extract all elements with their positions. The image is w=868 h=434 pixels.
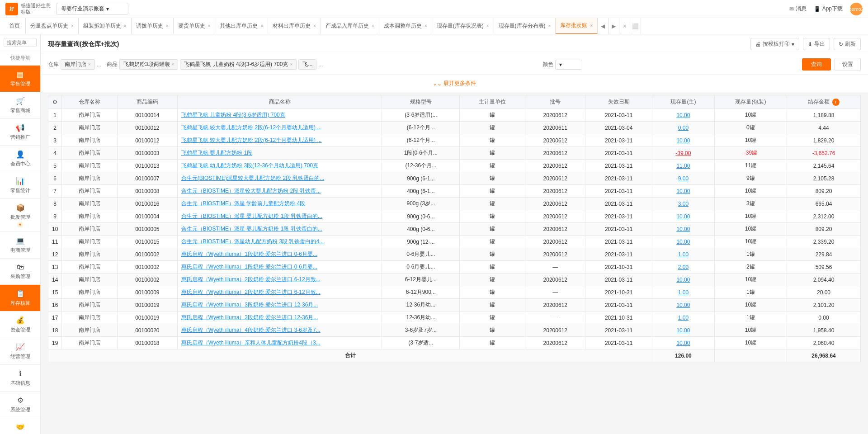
tab-close-icon[interactable]: × [208, 24, 211, 28]
sidebar-item-marketing[interactable]: 📢 营销推广 [0, 119, 40, 146]
row-qty-main[interactable]: 10.00 [652, 185, 715, 198]
row-name[interactable]: 合生元（BIOSTIME）派星较大婴儿配方奶粉 2段 乳铁蛋... [177, 185, 382, 198]
tab-fenliang[interactable]: 分量盘点单历史 × [26, 18, 79, 34]
quick-nav[interactable]: 快捷导航 [0, 51, 40, 66]
th-gear[interactable]: ⚙ [48, 95, 62, 109]
sidebar-item-member[interactable]: 👤 会员中心 [0, 146, 40, 172]
row-name[interactable]: 合生元（BIOSTIME）派星 学龄前儿童配方奶粉 4段 [177, 198, 382, 210]
tab-close-icon[interactable]: × [313, 24, 316, 28]
sidebar-item-ecommerce[interactable]: 💻 电商管理 [0, 232, 40, 259]
tab-xiancun1[interactable]: 现存量(库存状况表) × [432, 18, 494, 34]
tab-prev-btn[interactable]: ◀ [598, 18, 609, 34]
tab-close-icon[interactable]: × [260, 24, 263, 28]
row-qty-main[interactable]: -39.00 [652, 147, 715, 160]
product-tag-more[interactable]: 飞... [298, 59, 316, 70]
tab-cailiao[interactable]: 材料出库单历史 × [268, 18, 321, 34]
search-input[interactable] [4, 38, 37, 47]
tab-close-icon[interactable]: × [590, 23, 593, 28]
row-qty-main[interactable]: 10.00 [652, 223, 715, 236]
tab-qita[interactable]: 其他出库单历史 × [215, 18, 268, 34]
row-qty-main[interactable]: 1.00 [652, 311, 715, 324]
row-name[interactable]: 飞鹤星飞帆 较大婴儿配方奶粉 2段(6-12个月婴幼儿适用) ... [177, 134, 382, 147]
sidebar-item-system[interactable]: ⚙ 系统管理 [0, 392, 40, 418]
row-qty-main[interactable]: 9.00 [652, 172, 715, 185]
row-qty-main[interactable]: 10.00 [652, 337, 715, 349]
row-name[interactable]: 飞鹤星飞帆 儿童奶粉 4段(3-6岁适用) 700克 [177, 109, 382, 122]
row-name[interactable]: 合生元（BIOSTIME）派星 婴儿配方奶粉 1段 乳铁蛋白的... [177, 223, 382, 236]
row-qty-main[interactable]: 1.00 [652, 286, 715, 299]
message-btn[interactable]: ✉ 消息 [789, 5, 807, 13]
row-qty-main[interactable]: 10.00 [652, 324, 715, 337]
sidebar-item-inventory[interactable]: 📋 库存核算 [0, 285, 40, 311]
sidebar-item-finance[interactable]: 💰 资金管理 [0, 311, 40, 338]
row-name[interactable]: 惠氏启程（Wyeth illuma）2段奶粉 爱尔兰进口 6-12月致... [177, 274, 382, 286]
remove-product2-icon[interactable]: × [290, 62, 292, 67]
remove-product1-icon[interactable]: × [172, 62, 175, 67]
info-icon[interactable]: i [832, 99, 840, 106]
tab-next-btn[interactable]: ▶ [609, 18, 619, 34]
row-qty-main[interactable]: 1.00 [652, 248, 715, 261]
row-name[interactable]: 惠氏启程（Wyeth illuma）3段奶粉 爱尔兰进口 12-36月... [177, 299, 382, 311]
product-ellipsis[interactable]: ... [318, 61, 323, 68]
tab-xiancun2[interactable]: 现存量(库存分布表) × [494, 18, 556, 34]
tab-close-icon[interactable]: × [124, 24, 127, 28]
sidebar-item-purchase[interactable]: 🛍 采购管理 [0, 259, 40, 285]
row-name[interactable]: 惠氏启程（Wyeth illuma）4段奶粉 爱尔兰进口 3-6岁及7... [177, 324, 382, 337]
app-download-btn[interactable]: 📱 App下载 [814, 5, 843, 13]
workspace-selector[interactable]: 母婴行业演示账套 ▾ [56, 3, 128, 15]
tab-close-icon[interactable]: × [486, 24, 489, 28]
row-name[interactable]: 合生元（BIOSTIME）派星 婴儿配方奶粉 1段 乳铁蛋白的... [177, 210, 382, 223]
tab-yaohuo[interactable]: 要货单历史 × [174, 18, 216, 34]
tab-close-icon[interactable]: × [166, 24, 169, 28]
product-tag-2[interactable]: 飞鹤星飞帆 儿童奶粉 4段(3-6岁适用) 700克 × [180, 59, 297, 70]
sidebar-item-collab[interactable]: 🤝 企业协同 [0, 418, 40, 434]
warehouse-ellipsis[interactable]: ... [97, 61, 101, 68]
refresh-btn[interactable]: ↻ 刷新 [834, 38, 861, 50]
gear-icon[interactable]: ⚙ [52, 99, 57, 105]
sidebar-item-retail[interactable]: ▤ 零售管理 [0, 66, 40, 92]
color-dropdown[interactable]: ▾ [555, 60, 582, 70]
row-name[interactable]: 飞鹤星飞帆 幼儿配方奶粉 3段(12-36个月幼儿适用) 700克 [177, 160, 382, 172]
settings-btn[interactable]: 设置 [835, 58, 861, 71]
sidebar-item-mall[interactable]: 🛒 零售商城 [0, 92, 40, 119]
print-btn[interactable]: 🖨 按模板打印 ▾ [750, 38, 799, 50]
tab-close-icon[interactable]: × [372, 24, 374, 28]
expand-more-btn[interactable]: ⌄⌄ 展开更多条件 [427, 78, 481, 89]
sidebar-item-operations[interactable]: 📈 经营管理 [0, 338, 40, 365]
row-qty-main[interactable]: 10.00 [652, 134, 715, 147]
row-qty-main[interactable]: 10.00 [652, 274, 715, 286]
sidebar-item-stats[interactable]: 📊 零售统计 [0, 172, 40, 199]
row-qty-main[interactable]: 11.00 [652, 160, 715, 172]
avatar[interactable]: demo2 [850, 3, 863, 15]
row-name[interactable]: 合生元(BIOSTIME)派星较大婴儿配方奶粉 2段 乳铁蛋白的... [177, 172, 382, 185]
tab-max-btn[interactable]: ⬜ [630, 18, 641, 34]
row-name[interactable]: 惠氏启程（Wyeth illuma）2段奶粉 爱尔兰进口 6-12月致... [177, 286, 382, 299]
row-name[interactable]: 飞鹤星飞帆 婴儿配方奶粉 1段 [177, 147, 382, 160]
row-name[interactable]: 惠氏启程（Wyeth illuma）1段奶粉 爱尔兰进口 0-6月婴... [177, 248, 382, 261]
tab-close-icon[interactable]: × [425, 24, 427, 28]
tab-zuzhuang[interactable]: 组装拆卸单历史 × [79, 18, 132, 34]
row-qty-main[interactable]: 10.00 [652, 236, 715, 248]
tab-chancheng[interactable]: 产成品入库单历史 × [321, 18, 379, 34]
tab-close-all-btn[interactable]: × [619, 18, 630, 34]
tab-chengben[interactable]: 成本调整单历史 × [379, 18, 432, 34]
sidebar-item-wholesale[interactable]: 📦 批发管理 ▼ [0, 199, 40, 232]
row-name[interactable]: 惠氏启程（Wyeth illuma）3段奶粉 爱尔兰进口 12-36月... [177, 311, 382, 324]
tab-pici[interactable]: 库存批次账 × [556, 18, 598, 34]
row-qty-main[interactable]: 10.00 [652, 210, 715, 223]
tab-home[interactable]: 首页 [4, 18, 26, 34]
sidebar-item-basics[interactable]: ℹ 基础信息 [0, 365, 40, 392]
row-name[interactable]: 飞鹤星飞帆 较大婴儿配方奶粉 2段(6-12个月婴幼儿适用) ... [177, 122, 382, 134]
row-qty-main[interactable]: 3.00 [652, 198, 715, 210]
row-name[interactable]: 合生元（BIOSTIME）派星幼儿配方奶粉 3段 乳铁蛋白的4... [177, 236, 382, 248]
export-btn[interactable]: ⬇ 导出 [803, 38, 830, 50]
warehouse-tag[interactable]: 南岸门店 × [61, 59, 95, 70]
row-qty-main[interactable]: 0.00 [652, 122, 715, 134]
product-tag-1[interactable]: 飞鹤奶粉3段两罐装 × [119, 59, 179, 70]
tab-close-icon[interactable]: × [548, 24, 551, 28]
row-name[interactable]: 惠氏启程（Wyeth illuma）1段奶粉 爱尔兰进口 0-6月婴... [177, 261, 382, 274]
query-btn[interactable]: 查询 [802, 58, 831, 71]
row-qty-main[interactable]: 10.00 [652, 299, 715, 311]
tab-diaob[interactable]: 调拨单历史 × [132, 18, 174, 34]
row-name[interactable]: 惠氏启程（Wyeth illuma）亲和人体儿童配方奶粉4段（3... [177, 337, 382, 349]
